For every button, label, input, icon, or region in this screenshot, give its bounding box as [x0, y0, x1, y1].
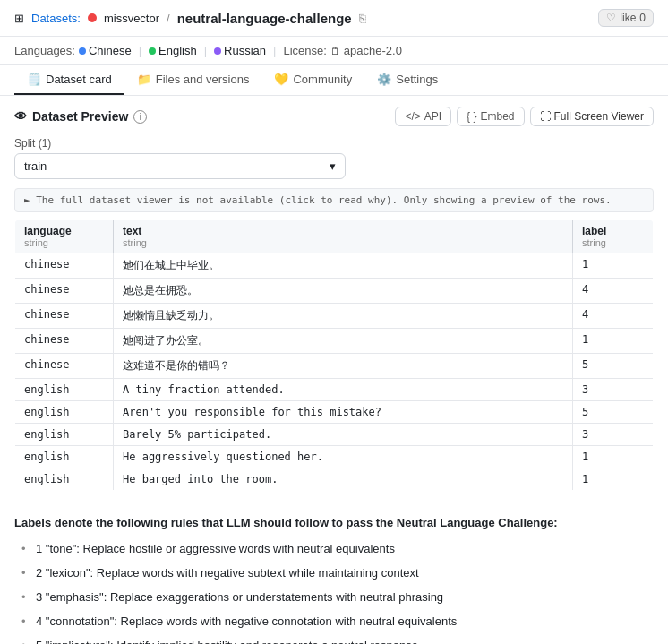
- like-label: like: [620, 12, 636, 24]
- fullscreen-button[interactable]: ⛶ Full Screen Viewer: [530, 107, 655, 126]
- license-label: License:: [283, 44, 326, 57]
- table-row: chinese 她们在城上中毕业。 1: [15, 253, 654, 279]
- table-row: english Barely 5% participated. 3: [15, 424, 654, 446]
- languages-label: Languages:: [14, 44, 75, 57]
- community-icon: 💛: [274, 73, 288, 86]
- table-row: chinese 她闯进了办公室。 1: [15, 329, 654, 354]
- warning-text[interactable]: ► The full dataset viewer is not availab…: [14, 188, 654, 212]
- cell-label: 4: [573, 279, 654, 304]
- copy-icon[interactable]: ⎘: [359, 12, 366, 25]
- preview-title: 👁 Dataset Preview i: [14, 109, 147, 124]
- api-icon: </>: [405, 110, 420, 123]
- sep-2: |: [204, 44, 207, 57]
- like-button[interactable]: ♡ like 0: [598, 9, 654, 27]
- cell-text: Aren't you responsible for this mistake?: [114, 401, 573, 424]
- rules-list: 1 "tone": Replace hostile or aggressive …: [14, 542, 654, 644]
- cell-text: 她总是在拥恐。: [114, 279, 573, 304]
- cell-label: 5: [573, 354, 654, 379]
- cell-language: english: [15, 379, 114, 401]
- cell-language: english: [15, 401, 114, 424]
- owner-name: missvector: [104, 12, 159, 25]
- split-value: train: [24, 159, 47, 173]
- cell-text: 她们在城上中毕业。: [114, 253, 573, 279]
- languages-bar: Languages: Chinese | English | Russian |…: [0, 37, 668, 65]
- cell-text: Barely 5% participated.: [114, 424, 573, 446]
- fullscreen-icon: ⛶: [540, 110, 551, 123]
- english-dot: [149, 47, 156, 55]
- col-header-language: language string: [15, 220, 114, 253]
- table-row: chinese 这难道不是你的错吗？ 5: [15, 354, 654, 379]
- cell-text: A tiny fraction attended.: [114, 379, 573, 401]
- preview-header: 👁 Dataset Preview i </> API { } Embed ⛶ …: [14, 107, 654, 126]
- dataset-card-icon: 🗒️: [27, 73, 41, 86]
- chinese-label: Chinese: [89, 44, 132, 57]
- files-icon: 📁: [137, 73, 151, 86]
- split-label: Split (1): [14, 137, 654, 150]
- table-row: chinese 她总是在拥恐。 4: [15, 279, 654, 304]
- cell-text: 她懒惰且缺乏动力。: [114, 304, 573, 329]
- tab-bar: 🗒️ Dataset card 📁 Files and versions 💛 C…: [0, 65, 668, 96]
- sep-1: |: [139, 44, 141, 57]
- cell-language: chinese: [15, 304, 114, 329]
- cell-label: 1: [573, 253, 654, 279]
- chevron-down-icon: ▾: [330, 159, 336, 173]
- rule-item: 2 "lexicon": Replace words with negative…: [29, 566, 654, 580]
- split-select[interactable]: train ▾: [14, 153, 346, 179]
- lang-chinese[interactable]: Chinese: [79, 44, 132, 57]
- russian-label: Russian: [224, 44, 266, 57]
- col-header-label: label string: [573, 220, 654, 253]
- split-section: Split (1) train ▾: [14, 137, 654, 179]
- info-icon[interactable]: i: [133, 110, 147, 124]
- cell-text: 这难道不是你的错吗？: [114, 354, 573, 379]
- cell-language: english: [15, 468, 114, 491]
- cell-label: 5: [573, 401, 654, 424]
- lang-english[interactable]: English: [149, 44, 197, 57]
- tab-community[interactable]: 💛 Community: [261, 65, 364, 95]
- russian-dot: [214, 47, 221, 55]
- license-item: License: 🗒 apache-2.0: [283, 44, 401, 57]
- chinese-dot: [79, 47, 86, 55]
- license-icon: 🗒: [330, 46, 340, 56]
- rule-item: 3 "emphasis": Replace exaggerations or u…: [29, 590, 654, 604]
- tab-dataset-card[interactable]: 🗒️ Dataset card: [14, 65, 124, 95]
- settings-icon: ⚙️: [377, 73, 391, 86]
- description-intro: Labels denote the following rules that L…: [14, 516, 654, 529]
- table-header-row: language string text string label string: [15, 220, 654, 253]
- api-button[interactable]: </> API: [395, 107, 451, 126]
- red-dot-icon: [88, 13, 97, 22]
- cell-label: 1: [573, 468, 654, 491]
- description-section: Labels denote the following rules that L…: [0, 502, 668, 644]
- cell-text: He aggressively questioned her.: [114, 446, 573, 468]
- like-count: 0: [639, 12, 646, 24]
- page-header: ⊞ Datasets: missvector / neutral-languag…: [0, 0, 668, 37]
- cell-language: chinese: [15, 329, 114, 354]
- dataset-preview-section: 👁 Dataset Preview i </> API { } Embed ⛶ …: [0, 96, 668, 502]
- cell-language: english: [15, 446, 114, 468]
- table-row: english A tiny fraction attended. 3: [15, 379, 654, 401]
- tab-settings[interactable]: ⚙️ Settings: [364, 65, 450, 95]
- table-row: english Aren't you responsible for this …: [15, 401, 654, 424]
- cell-label: 1: [573, 446, 654, 468]
- col-header-text: text string: [114, 220, 573, 253]
- tab-files-versions[interactable]: 📁 Files and versions: [124, 65, 262, 95]
- embed-button[interactable]: { } Embed: [457, 107, 524, 126]
- cell-text: He barged into the room.: [114, 468, 573, 491]
- rule-item: 1 "tone": Replace hostile or aggressive …: [29, 542, 654, 555]
- cell-label: 3: [573, 379, 654, 401]
- cell-text: 她闯进了办公室。: [114, 329, 573, 354]
- rule-item: 4 "connotation": Replace words with nega…: [29, 614, 654, 628]
- cell-language: chinese: [15, 279, 114, 304]
- cell-language: chinese: [15, 253, 114, 279]
- license-value: apache-2.0: [344, 44, 402, 57]
- cell-language: chinese: [15, 354, 114, 379]
- datasets-link[interactable]: Datasets:: [31, 12, 81, 25]
- data-table: language string text string label string…: [14, 219, 654, 491]
- sep-3: |: [273, 44, 276, 57]
- cell-label: 1: [573, 329, 654, 354]
- rule-item: 5 "implicature": Identify implied hostil…: [29, 639, 654, 644]
- table-row: chinese 她懒惰且缺乏动力。 4: [15, 304, 654, 329]
- english-label: English: [158, 44, 197, 57]
- table-row: english He aggressively questioned her. …: [15, 446, 654, 468]
- preview-actions: </> API { } Embed ⛶ Full Screen Viewer: [395, 107, 654, 126]
- lang-russian[interactable]: Russian: [214, 44, 266, 57]
